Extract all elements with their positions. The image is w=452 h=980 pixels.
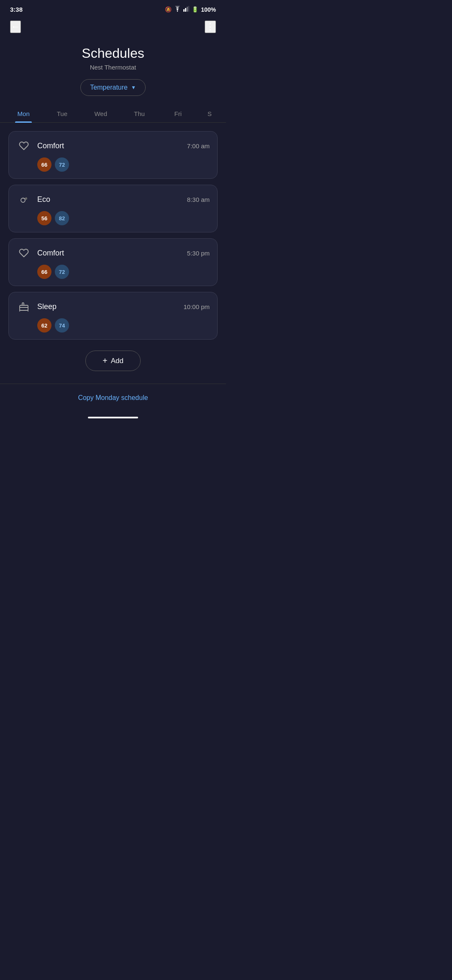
tab-saturday[interactable]: S <box>197 104 222 122</box>
svg-rect-1 <box>183 9 185 12</box>
copy-monday-schedule-button[interactable]: Copy Monday schedule <box>78 394 148 402</box>
svg-rect-2 <box>185 8 186 12</box>
add-schedule-button[interactable]: + Add <box>85 351 141 371</box>
svg-rect-4 <box>188 6 189 12</box>
card-name-sleep: Sleep <box>37 302 56 311</box>
heat-temp-comfort-morning: 66 <box>37 157 51 172</box>
temperature-dropdown[interactable]: Temperature ▼ <box>80 79 146 96</box>
card-top-comfort-morning: Comfort 7:00 am <box>16 138 210 153</box>
card-name-comfort-evening: Comfort <box>37 249 64 258</box>
cool-temp-comfort-morning: 72 <box>55 157 69 172</box>
schedule-card-sleep[interactable]: Sleep 10:00 pm 62 74 <box>8 292 218 340</box>
dropdown-label: Temperature <box>90 84 128 91</box>
tab-wednesday[interactable]: Wed <box>82 104 120 122</box>
card-time-eco: 8:30 am <box>187 196 210 203</box>
status-bar: 3:38 🔕 🔋 100% <box>0 0 226 16</box>
card-time-comfort-evening: 5:30 pm <box>187 250 210 257</box>
card-top-eco: Eco 8:30 am <box>16 192 210 207</box>
svg-rect-7 <box>20 305 28 310</box>
svg-point-0 <box>177 11 178 12</box>
device-name: Nest Thermostat <box>10 64 216 71</box>
heart-icon <box>16 138 31 153</box>
cool-temp-sleep: 74 <box>55 318 69 333</box>
cool-temp-eco: 82 <box>55 211 69 225</box>
page-title: Schedules <box>10 46 216 61</box>
card-left-eco: Eco <box>16 192 50 207</box>
heat-temp-comfort-evening: 66 <box>37 265 51 279</box>
schedule-card-comfort-morning[interactable]: Comfort 7:00 am 66 72 <box>8 131 218 179</box>
eco-icon <box>16 192 31 207</box>
card-left: Comfort <box>16 138 64 153</box>
silent-icon: 🔕 <box>165 6 172 13</box>
home-bar <box>88 417 138 418</box>
card-temps-eco: 56 82 <box>16 211 210 225</box>
schedule-cards-container: Comfort 7:00 am 66 72 Eco 8:30 am <box>0 131 226 340</box>
sleep-icon <box>16 299 31 314</box>
battery-icon: 🔋 <box>192 6 198 13</box>
svg-rect-3 <box>187 7 188 12</box>
battery-level: 100% <box>201 6 216 13</box>
status-time: 3:38 <box>10 6 23 13</box>
add-container: + Add <box>8 351 218 371</box>
card-name-comfort-morning: Comfort <box>37 142 64 150</box>
status-icons: 🔕 🔋 100% <box>165 6 216 13</box>
heat-temp-eco: 56 <box>37 211 51 225</box>
schedule-card-eco[interactable]: Eco 8:30 am 56 82 <box>8 185 218 232</box>
svg-line-6 <box>23 198 25 199</box>
card-top-sleep: Sleep 10:00 pm <box>16 299 210 314</box>
wifi-icon <box>174 6 181 13</box>
top-nav: ← ⋮ <box>0 16 226 41</box>
card-temps-comfort-morning: 66 72 <box>16 157 210 172</box>
copy-schedule-section: Copy Monday schedule <box>0 384 226 410</box>
cool-temp-comfort-evening: 72 <box>55 265 69 279</box>
card-temps-sleep: 62 74 <box>16 318 210 333</box>
add-label: Add <box>111 357 123 365</box>
card-time-comfort-morning: 7:00 am <box>187 142 210 150</box>
signal-icon <box>183 6 189 13</box>
heart-icon-2 <box>16 245 31 260</box>
day-tabs: Mon Tue Wed Thu Fri S <box>0 104 226 123</box>
heat-temp-sleep: 62 <box>37 318 51 333</box>
tab-friday[interactable]: Fri <box>159 104 197 122</box>
card-left-comfort-evening: Comfort <box>16 245 64 260</box>
page-header: Schedules Nest Thermostat Temperature ▼ <box>0 41 226 104</box>
tab-monday[interactable]: Mon <box>4 104 43 122</box>
home-indicator <box>0 410 226 423</box>
card-top-comfort-evening: Comfort 5:30 pm <box>16 245 210 260</box>
card-time-sleep: 10:00 pm <box>183 303 210 310</box>
back-button[interactable]: ← <box>10 21 21 33</box>
chevron-down-icon: ▼ <box>131 85 136 90</box>
schedule-card-comfort-evening[interactable]: Comfort 5:30 pm 66 72 <box>8 238 218 286</box>
more-options-button[interactable]: ⋮ <box>205 21 216 33</box>
card-left-sleep: Sleep <box>16 299 56 314</box>
tab-tuesday[interactable]: Tue <box>43 104 81 122</box>
plus-icon: + <box>103 356 108 366</box>
card-name-eco: Eco <box>37 195 50 204</box>
card-temps-comfort-evening: 66 72 <box>16 265 210 279</box>
tab-thursday[interactable]: Thu <box>120 104 159 122</box>
